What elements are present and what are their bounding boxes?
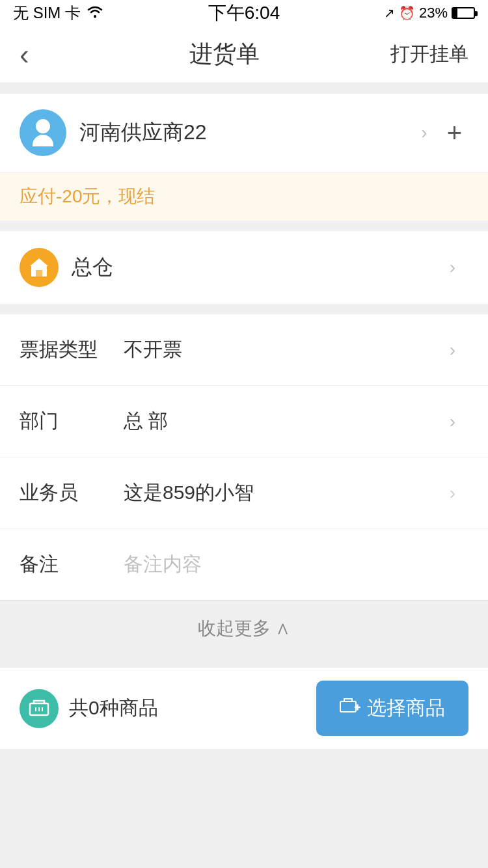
product-count: 共0种商品 xyxy=(69,695,316,722)
collapse-button[interactable]: 收起更多 ∧ xyxy=(0,600,488,657)
notice-text: 应付-20元，现结 xyxy=(20,186,155,206)
select-product-label: 选择商品 xyxy=(367,695,445,722)
open-pending-button[interactable]: 打开挂单 xyxy=(390,41,468,68)
warehouse-chevron-icon: › xyxy=(450,257,455,278)
select-product-button[interactable]: 选择商品 xyxy=(316,681,468,736)
section-gap-1 xyxy=(0,83,488,94)
salesperson-chevron-icon: › xyxy=(450,483,455,504)
product-bar: 共0种商品 选择商品 xyxy=(0,667,488,749)
supplier-row[interactable]: 河南供应商22 › + xyxy=(0,94,488,172)
remark-label: 备注 xyxy=(20,551,111,578)
supplier-name: 河南供应商22 xyxy=(79,118,421,147)
battery-icon xyxy=(452,7,475,19)
invoice-value: 不开票 xyxy=(111,336,450,363)
notice-bar: 应付-20元，现结 xyxy=(0,172,488,221)
supplier-card: 河南供应商22 › + 应付-20元，现结 xyxy=(0,94,488,221)
department-value: 总 部 xyxy=(111,408,450,435)
back-button[interactable]: ‹ xyxy=(20,38,59,71)
warehouse-icon xyxy=(20,248,59,287)
department-row[interactable]: 部门 总 部 › xyxy=(0,386,488,457)
warehouse-row[interactable]: 总仓 › xyxy=(0,231,488,304)
invoice-label: 票据类型 xyxy=(20,336,111,363)
section-gap-2 xyxy=(0,221,488,231)
location-icon: ↗ xyxy=(384,5,395,21)
svg-point-0 xyxy=(94,15,96,18)
salesperson-label: 业务员 xyxy=(20,480,111,506)
add-supplier-button[interactable]: + xyxy=(441,118,468,148)
select-product-icon xyxy=(340,697,360,720)
salesperson-value: 这是859的小智 xyxy=(111,480,450,506)
department-label: 部门 xyxy=(20,408,111,435)
page-fill xyxy=(0,749,488,868)
section-gap-3 xyxy=(0,304,488,314)
svg-rect-4 xyxy=(36,270,42,277)
collapse-label: 收起更多 ∧ xyxy=(198,618,291,638)
svg-marker-2 xyxy=(30,258,48,266)
status-bar: 无 SIM 卡 下午6:04 ↗ ⏰ 23% xyxy=(0,0,488,26)
invoice-row[interactable]: 票据类型 不开票 › xyxy=(0,314,488,386)
alarm-icon: ⏰ xyxy=(399,5,415,21)
form-section: 票据类型 不开票 › 部门 总 部 › 业务员 这是859的小智 › 备注 备注… xyxy=(0,314,488,657)
wifi-icon xyxy=(86,4,104,22)
nav-bar: ‹ 进货单 打开挂单 xyxy=(0,26,488,83)
supplier-chevron-icon: › xyxy=(421,122,427,143)
remark-placeholder: 备注内容 xyxy=(111,551,468,578)
status-time: 下午6:04 xyxy=(208,1,280,25)
battery-percent: 23% xyxy=(419,5,448,21)
carrier-text: 无 SIM 卡 xyxy=(13,3,81,23)
status-left: 无 SIM 卡 xyxy=(13,3,104,23)
warehouse-name: 总仓 xyxy=(72,253,450,282)
warehouse-card: 总仓 › xyxy=(0,231,488,304)
svg-rect-9 xyxy=(340,701,356,712)
product-cart-icon xyxy=(20,689,59,728)
remark-row[interactable]: 备注 备注内容 xyxy=(0,529,488,600)
invoice-chevron-icon: › xyxy=(450,340,455,360)
department-chevron-icon: › xyxy=(450,411,455,432)
salesperson-row[interactable]: 业务员 这是859的小智 › xyxy=(0,457,488,529)
supplier-avatar xyxy=(20,109,66,156)
page-title: 进货单 xyxy=(189,38,260,70)
status-right: ↗ ⏰ 23% xyxy=(384,5,475,21)
